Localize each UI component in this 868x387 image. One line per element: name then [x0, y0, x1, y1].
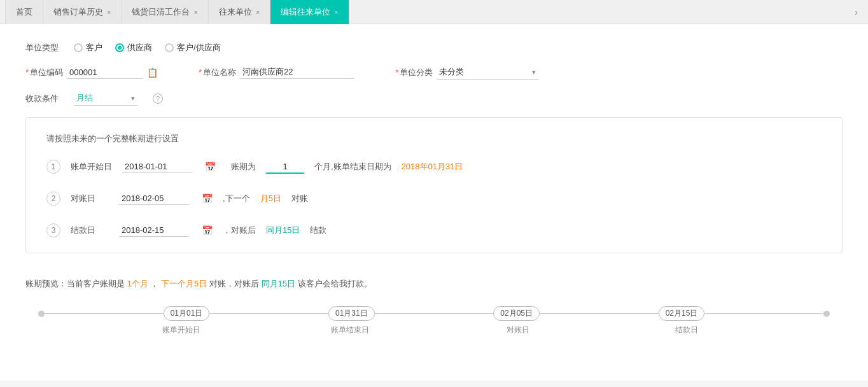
category-arrow-icon: ▾	[532, 68, 536, 76]
timeline-start-dot	[38, 311, 45, 317]
payment-help-icon[interactable]: ?	[153, 94, 163, 104]
payment-highlight: 同月15日	[266, 225, 300, 236]
preview-suffix: 该客户会给我打款。	[298, 279, 372, 288]
radio-both-circle	[165, 43, 174, 52]
timeline-node-4: 02月15日	[659, 306, 705, 321]
unit-name-label: *单位名称	[199, 67, 236, 78]
radio-supplier-label: 供应商	[127, 42, 152, 53]
reconcile-date-calendar-icon[interactable]: 📅	[202, 194, 213, 204]
unit-category-group: *单位分类 未分类 ▾	[395, 65, 538, 80]
timeline-badge-2: 01月31日	[328, 306, 375, 321]
unit-code-icon[interactable]: 📋	[147, 67, 158, 78]
timeline-line-2	[209, 313, 328, 314]
panel-row-3: 3 结款日 📅 ，对账后 同月15日 结款	[46, 223, 822, 237]
tab-cash-work-label: 钱货日清工作台	[132, 6, 190, 18]
unit-code-input[interactable]	[67, 66, 143, 79]
row-number-1: 1	[46, 160, 60, 174]
timeline-node-3: 02月05日	[493, 306, 540, 321]
reconcile-highlight: 月5日	[260, 193, 281, 204]
start-date-calendar-icon[interactable]: 📅	[205, 162, 216, 172]
radio-supplier-circle	[115, 43, 124, 52]
reconcile-suffix: 对账	[291, 193, 308, 204]
timeline-badge-4: 02月15日	[659, 306, 705, 321]
radio-customer-label: 客户	[86, 42, 102, 53]
timeline-line-3	[375, 313, 494, 314]
row-number-2: 2	[46, 192, 60, 206]
tab-sales-history-label: 销售订单历史	[53, 6, 103, 18]
unit-category-star: *	[395, 67, 398, 77]
payment-label: 收款条件	[25, 93, 59, 104]
start-date-input[interactable]	[122, 160, 192, 173]
reconcile-date-input[interactable]	[119, 192, 189, 205]
tab-bar-arrow[interactable]: ›	[850, 7, 863, 17]
unit-type-label: 单位类型	[25, 42, 59, 53]
unit-name-group: *单位名称	[199, 66, 354, 79]
preview-highlight1: 1个月	[127, 279, 148, 288]
payment-prefix: ，对账后	[223, 225, 256, 236]
radio-both[interactable]: 客户/供应商	[165, 42, 221, 53]
unit-name-input[interactable]	[240, 66, 354, 79]
timeline-badge-3: 02月05日	[493, 306, 540, 321]
payment-value: 月结	[76, 92, 127, 104]
timeline-badge-1: 01月01日	[164, 306, 210, 321]
tab-sales-history[interactable]: 销售订单历史 ×	[43, 0, 122, 24]
unit-info-row: *单位编码 📋 *单位名称 *单位分类 未分类 ▾	[25, 65, 843, 80]
unit-name-star: *	[199, 67, 202, 77]
timeline-label-3: 对账日	[507, 325, 529, 334]
tab-edit-partner-close[interactable]: ×	[334, 8, 338, 16]
preview-highlight3: 同月15日	[262, 279, 295, 288]
tab-partner-close[interactable]: ×	[256, 8, 260, 16]
timeline-line-5	[704, 313, 823, 314]
tab-home[interactable]: 首页	[5, 0, 43, 24]
radio-supplier[interactable]: 供应商	[115, 42, 152, 53]
panel-row-1: 1 账单开始日 📅 账期为 个月,账单结束日期为 2018年01月31日	[46, 160, 822, 174]
timeline-label-1: 账单开始日	[162, 325, 200, 334]
tab-cash-work[interactable]: 钱货日清工作台 ×	[122, 0, 208, 24]
row-label-3: 结款日	[71, 225, 109, 236]
tab-bar: 首页 销售订单历史 × 钱货日清工作台 × 往来单位 × 编辑往来单位 × ›	[0, 0, 868, 24]
period-input[interactable]	[266, 160, 304, 174]
unit-category-select[interactable]: 未分类 ▾	[437, 65, 538, 80]
timeline-node-1: 01月01日	[164, 306, 210, 321]
panel-box: 请按照未来的一个完整帐期进行设置 1 账单开始日 📅 账期为 个月,账单结束日期…	[25, 117, 843, 253]
timeline-end-dot	[823, 311, 830, 317]
tab-edit-partner-label: 编辑往来单位	[281, 6, 330, 18]
tab-cash-work-close[interactable]: ×	[193, 8, 197, 16]
radio-customer-circle	[74, 43, 83, 52]
timeline-label-4: 结款日	[675, 325, 698, 334]
unit-code-star: *	[25, 67, 29, 77]
payment-date-input[interactable]	[119, 224, 189, 237]
preview-prefix: 账期预览：当前客户账期是	[25, 279, 125, 288]
timeline-line-4	[540, 313, 659, 314]
radio-group: 客户 供应商 客户/供应商	[74, 42, 221, 53]
unit-code-group: *单位编码 📋	[25, 66, 158, 79]
radio-both-label: 客户/供应商	[177, 42, 221, 53]
timeline-row: 01月01日 01月31日 02月05日 02月15日	[25, 306, 843, 321]
timeline-label-2: 账单结束日	[331, 325, 369, 334]
preview-highlight2: 下一个月5日	[161, 279, 207, 288]
row-number-3: 3	[46, 223, 60, 237]
payment-date-calendar-icon[interactable]: 📅	[202, 225, 213, 236]
payment-select[interactable]: 月结 ▾	[74, 91, 137, 106]
period-suffix: 个月,账单结束日期为	[314, 161, 391, 172]
tab-edit-partner[interactable]: 编辑往来单位 ×	[270, 0, 349, 24]
unit-code-label: *单位编码	[25, 67, 63, 78]
preview-section: 账期预览：当前客户账期是 1个月 ， 下一个月5日 对账，对账后 同月15日 该…	[25, 266, 843, 341]
tab-partner[interactable]: 往来单位 ×	[209, 0, 270, 24]
payment-row: 收款条件 月结 ▾ ?	[25, 91, 843, 106]
panel-title: 请按照未来的一个完整帐期进行设置	[46, 133, 822, 144]
tab-sales-history-close[interactable]: ×	[107, 8, 111, 16]
row-label-1: 账单开始日	[71, 161, 112, 172]
radio-customer[interactable]: 客户	[74, 42, 102, 53]
timeline-node-2: 01月31日	[328, 306, 375, 321]
timeline-labels: 账单开始日 账单结束日 对账日 结款日	[25, 321, 843, 335]
period-label: 账期为	[231, 161, 256, 172]
preview-mid2: 对账，对账后	[209, 279, 259, 288]
payment-suffix: 结款	[310, 225, 326, 236]
panel-row-2: 2 对账日 📅 ,下一个 月5日 对账	[46, 192, 822, 206]
unit-type-row: 单位类型 客户 供应商 客户/供应商	[25, 42, 843, 53]
main-content: 单位类型 客户 供应商 客户/供应商 *单位编码 📋	[0, 24, 868, 381]
unit-category-label: *单位分类	[395, 67, 433, 78]
tab-partner-label: 往来单位	[219, 6, 252, 18]
unit-category-value: 未分类	[439, 66, 532, 78]
